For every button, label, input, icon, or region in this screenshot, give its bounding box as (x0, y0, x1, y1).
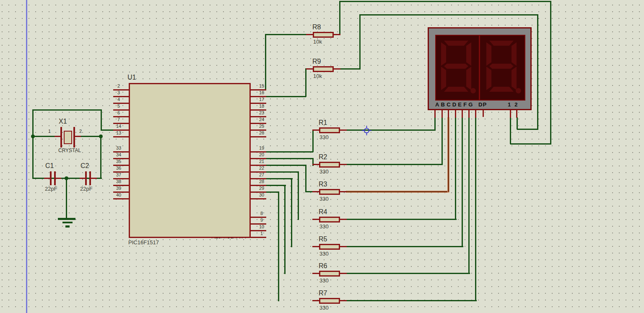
chip-pin-number: 40 (112, 192, 126, 198)
wire-segment[interactable] (312, 129, 314, 152)
schematic-canvas[interactable]: 2RA0/AN0/SS3RA1/AN14RA2/AN25RA3/AN3/VREF… (0, 0, 644, 313)
segment-b (512, 42, 517, 66)
wire-segment[interactable] (101, 109, 102, 130)
resistor-R4-terminal-right (340, 219, 347, 220)
wire-segment[interactable] (339, 1, 340, 35)
cap-c1-plate-right[interactable] (54, 171, 56, 185)
wire-segment[interactable] (462, 117, 463, 247)
display-pin-dp[interactable] (483, 110, 484, 117)
segment-g (444, 64, 468, 69)
wire-segment[interactable] (305, 165, 306, 192)
display-pin-d[interactable] (455, 110, 456, 118)
resistor-R1-body[interactable] (319, 127, 340, 133)
chip-pin-13-stub[interactable] (113, 136, 129, 137)
wire-segment-brown[interactable] (346, 191, 449, 192)
resistor-R3-body[interactable] (319, 189, 340, 195)
resistor-R6-body[interactable] (319, 271, 340, 277)
wire-segment[interactable] (468, 117, 470, 274)
display-pin-b[interactable] (441, 110, 443, 118)
display-pin-g[interactable] (475, 110, 476, 118)
chip-pin-number: 21 (254, 159, 269, 164)
wire-segment[interactable] (291, 178, 292, 247)
chip-pin-30-stub[interactable] (251, 198, 266, 199)
wire-segment[interactable] (32, 109, 102, 111)
wire-junction-dot (65, 176, 68, 180)
wire-segment[interactable] (550, 1, 551, 145)
wire-segment[interactable] (66, 178, 67, 219)
display-pin-e[interactable] (462, 110, 463, 118)
wire-segment[interactable] (510, 117, 511, 144)
crystal-ref-label: X1 (59, 118, 67, 125)
wire-segment[interactable] (305, 68, 306, 97)
wire-segment[interactable] (441, 117, 443, 165)
display-pin-a[interactable] (434, 110, 436, 118)
resistor-R7-body[interactable] (319, 298, 340, 304)
wire-segment[interactable] (345, 246, 463, 247)
resistor-R2-terminal-right (340, 164, 347, 165)
cap-c2-plate-left[interactable] (85, 171, 87, 185)
wire-segment[interactable] (265, 158, 313, 159)
cap-c1-plate-left[interactable] (50, 171, 52, 185)
wire-segment[interactable] (359, 14, 538, 16)
wire-segment[interactable] (32, 136, 55, 137)
wire-segment[interactable] (32, 109, 34, 179)
chip-pin-1-stub[interactable] (251, 237, 266, 238)
segment-g (489, 64, 514, 69)
resistor-R9-terminal-right (334, 68, 340, 70)
wire-segment[interactable] (265, 171, 299, 173)
wire-junction-dot (99, 135, 103, 138)
resistor-R2-body[interactable] (319, 162, 340, 168)
wire-segment[interactable] (455, 117, 456, 220)
chip-pin-40-stub[interactable] (113, 198, 129, 199)
resistor-R9-terminal-left (306, 68, 313, 70)
chip-pin-number: 22 (254, 166, 269, 171)
wire-segment[interactable] (510, 143, 551, 145)
wire-segment[interactable] (359, 14, 361, 70)
resistor-ref-label: R7 (319, 290, 327, 297)
wire-segment[interactable] (517, 117, 518, 129)
chip-pin-number: 13 (112, 130, 126, 136)
chip-pin-number: 33 (112, 145, 126, 151)
wire-segment-brown[interactable] (448, 118, 449, 192)
wire-segment[interactable] (475, 117, 476, 301)
resistor-R4-body[interactable] (319, 217, 340, 222)
cap-c2-plate-right[interactable] (89, 171, 91, 185)
chip-pin-number: 34 (112, 152, 126, 158)
wire-segment[interactable] (345, 129, 436, 131)
wire-segment[interactable] (265, 165, 306, 166)
resistor-R9-body[interactable] (313, 66, 334, 72)
wire-segment[interactable] (278, 191, 279, 301)
chip-pin-number: 23 (254, 110, 269, 116)
wire-segment[interactable] (537, 14, 538, 130)
chip-pin-26-stub[interactable] (251, 136, 266, 137)
wire-segment[interactable] (265, 178, 293, 179)
crystal-body[interactable] (64, 131, 72, 144)
wire-segment[interactable] (265, 34, 266, 91)
wire-segment[interactable] (265, 151, 313, 153)
wire-segment[interactable] (100, 136, 101, 179)
wire-segment[interactable] (434, 117, 436, 131)
wire-segment[interactable] (345, 219, 457, 220)
resistor-R5-body[interactable] (319, 244, 340, 250)
wire-segment[interactable] (345, 300, 477, 301)
resistor-value-label: 10k (313, 73, 322, 79)
wire-segment[interactable] (345, 164, 443, 165)
wire-segment[interactable] (265, 96, 306, 97)
chip-pin-number: 29 (254, 186, 269, 191)
wire-segment[interactable] (339, 1, 551, 2)
display-pin-1[interactable] (510, 110, 511, 118)
wire-segment[interactable] (284, 185, 286, 274)
chip-pin-number: 25 (254, 124, 269, 129)
resistor-ref-label: R4 (319, 208, 327, 215)
wire-segment[interactable] (517, 129, 538, 130)
display-pin-2[interactable] (516, 110, 517, 118)
ground-bar-2 (62, 222, 73, 223)
wire-segment[interactable] (345, 273, 470, 274)
resistor-R8-body[interactable] (313, 32, 334, 38)
wire-segment[interactable] (340, 68, 360, 70)
display-pin-c[interactable] (448, 110, 449, 118)
wire-segment[interactable] (298, 171, 299, 220)
mcu-chip-body[interactable] (129, 83, 251, 238)
display-pin-f[interactable] (468, 110, 470, 118)
cap-c1-ref: C1 (45, 162, 54, 169)
